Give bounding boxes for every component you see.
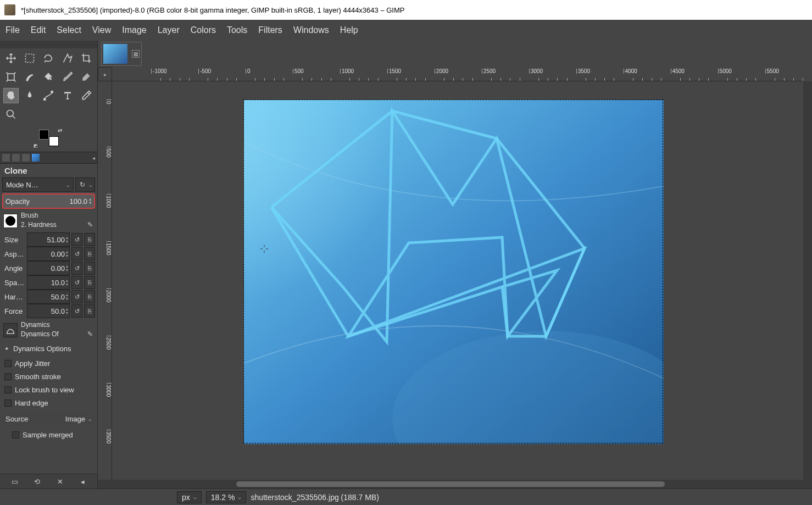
- menu-select[interactable]: Select: [57, 25, 81, 35]
- zoom-tool[interactable]: [3, 107, 19, 122]
- horizontal-scrollbar[interactable]: [112, 480, 803, 489]
- param-Aspe…-link-icon[interactable]: ⎘: [84, 247, 95, 260]
- color-picker-tool[interactable]: [79, 88, 94, 103]
- vertical-scrollbar[interactable]: [803, 81, 812, 480]
- dock-tab-3[interactable]: [22, 154, 30, 162]
- crop-tool[interactable]: [79, 51, 94, 66]
- menu-layer[interactable]: Layer: [158, 25, 180, 35]
- check-hard-edge[interactable]: Hard edge: [2, 396, 95, 409]
- menu-windows[interactable]: Windows: [293, 25, 329, 35]
- param-Hardn…-label: Hardn…: [2, 293, 25, 301]
- menu-colors[interactable]: Colors: [191, 25, 216, 35]
- blend-mode-select[interactable]: Mode N… ⌵: [2, 177, 74, 192]
- swap-colors-icon[interactable]: ⇄: [58, 127, 62, 134]
- dynamics-options-expander[interactable]: ✦ Dynamics Options: [2, 342, 95, 355]
- free-select-tool[interactable]: [41, 51, 56, 66]
- menu-edit[interactable]: Edit: [31, 25, 46, 35]
- sample-merged-check[interactable]: Sample merged: [2, 428, 95, 441]
- horizontal-ruler[interactable]: -1000-5000500100015002000250030003500400…: [112, 67, 803, 81]
- reset-icon[interactable]: ◂: [77, 476, 87, 486]
- param-Size-reset-icon[interactable]: ↺: [71, 233, 82, 246]
- param-Size-link-icon[interactable]: ⎘: [84, 233, 95, 246]
- delete-preset-icon[interactable]: ✕: [55, 476, 65, 486]
- param-Angle-input[interactable]: 0.00▴▾: [27, 261, 70, 275]
- svg-point-3: [51, 91, 53, 93]
- source-label: Source: [5, 415, 28, 423]
- text-tool[interactable]: [60, 88, 75, 103]
- param-Hardn…-link-icon[interactable]: ⎘: [84, 290, 95, 303]
- eraser-tool[interactable]: [79, 69, 94, 85]
- vertical-ruler[interactable]: 0500100015002000250030003500: [98, 81, 112, 480]
- dock-tab-1[interactable]: [2, 154, 10, 162]
- check-smooth-stroke[interactable]: Smooth stroke: [2, 370, 95, 383]
- param-Angle-link-icon[interactable]: ⎘: [84, 262, 95, 275]
- bucket-fill-tool[interactable]: [41, 69, 56, 85]
- dynamics-value: Dynamics Of: [21, 330, 59, 338]
- brush-section-label: Brush: [21, 212, 95, 219]
- path-tool[interactable]: [41, 88, 56, 103]
- transform-tool[interactable]: [3, 69, 19, 85]
- tab-close-icon[interactable]: ⊠: [132, 50, 140, 58]
- param-Force-input[interactable]: 50.0▴▾: [27, 304, 70, 318]
- rect-select-tool[interactable]: [22, 51, 37, 66]
- dock-menu-icon[interactable]: ◂: [92, 155, 95, 161]
- param-Angle-reset-icon[interactable]: ↺: [71, 262, 82, 275]
- fuzzy-select-tool[interactable]: [60, 51, 75, 66]
- left-panel: ⇄ ◩ ◂ Clone Mode N… ⌵ ↻⌵ Opacity 100.: [0, 41, 98, 489]
- default-colors-icon[interactable]: ◩: [34, 143, 38, 148]
- paintbrush-tool[interactable]: [60, 69, 75, 85]
- param-Hardn…-input[interactable]: 50.0▴▾: [27, 290, 70, 304]
- app-logo-icon: [4, 4, 15, 15]
- tool-options-footer: ▭ ⟲ ✕ ◂: [0, 474, 97, 489]
- menu-filters[interactable]: Filters: [258, 25, 282, 35]
- svg-rect-0: [26, 54, 34, 63]
- smudge-tool[interactable]: [22, 88, 37, 103]
- menu-view[interactable]: View: [92, 25, 111, 35]
- dynamics-label: Dynamics: [21, 321, 95, 329]
- param-Spac…-link-icon[interactable]: ⎘: [84, 276, 95, 289]
- bg-color-swatch[interactable]: [49, 136, 59, 146]
- canvas-viewport[interactable]: [112, 81, 803, 480]
- window-title: *[shutterstock_2535506] (imported)-8.0 (…: [21, 6, 404, 14]
- svg-point-4: [7, 110, 14, 117]
- opacity-slider[interactable]: Opacity 100.0 ▴▾: [2, 193, 95, 209]
- param-Spac…-label: Spac…: [2, 279, 25, 287]
- mode-direction-select[interactable]: ↻⌵: [75, 177, 95, 192]
- svg-rect-1: [8, 74, 14, 80]
- dynamics-edit-icon[interactable]: ✎: [85, 329, 95, 339]
- move-tool[interactable]: [3, 51, 19, 66]
- param-Aspe…-input[interactable]: 0.00▴▾: [27, 247, 70, 261]
- param-Size-input[interactable]: 51.00▴▾: [27, 232, 70, 247]
- source-select[interactable]: ⌵: [88, 416, 92, 422]
- dock-tab-2[interactable]: [12, 154, 20, 162]
- zoom-select[interactable]: 18.2 %⌵: [206, 491, 247, 503]
- save-preset-icon[interactable]: ▭: [10, 476, 20, 486]
- param-Size-label: Size: [2, 236, 25, 244]
- check-lock-brush-to-view[interactable]: Lock brush to view: [2, 383, 95, 396]
- dock-tab-4[interactable]: [32, 154, 40, 162]
- param-Hardn…-reset-icon[interactable]: ↺: [71, 290, 82, 303]
- menu-help[interactable]: Help: [340, 25, 358, 35]
- clone-source-cursor: [260, 245, 268, 253]
- fg-color-swatch[interactable]: [39, 130, 49, 140]
- brush-edit-icon[interactable]: ✎: [85, 220, 95, 230]
- param-Force-reset-icon[interactable]: ↺: [71, 304, 82, 318]
- restore-preset-icon[interactable]: ⟲: [32, 476, 42, 486]
- image-tab[interactable]: ⊠: [101, 42, 142, 66]
- menu-file[interactable]: File: [5, 25, 20, 35]
- menu-tools[interactable]: Tools: [227, 25, 247, 35]
- unit-select[interactable]: px⌵: [177, 491, 202, 503]
- dynamics-preview[interactable]: [3, 323, 18, 337]
- ruler-origin[interactable]: ▸: [98, 67, 112, 81]
- param-Spac…-reset-icon[interactable]: ↺: [71, 276, 82, 289]
- param-Aspe…-reset-icon[interactable]: ↺: [71, 247, 82, 260]
- warp-tool[interactable]: [22, 69, 37, 85]
- color-swatch[interactable]: ⇄ ◩: [0, 124, 97, 152]
- brush-preview[interactable]: [3, 214, 18, 228]
- param-Aspe…-label: Aspe…: [2, 250, 25, 258]
- menu-image[interactable]: Image: [122, 25, 146, 35]
- param-Force-link-icon[interactable]: ⎘: [84, 304, 95, 318]
- check-apply-jitter[interactable]: Apply Jitter: [2, 357, 95, 370]
- clone-tool[interactable]: [3, 88, 19, 103]
- param-Spac…-input[interactable]: 10.0▴▾: [27, 275, 70, 290]
